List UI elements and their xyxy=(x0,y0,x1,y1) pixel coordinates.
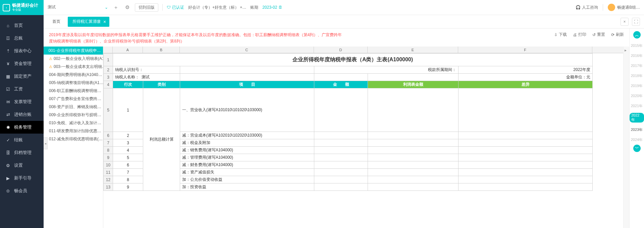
col-header[interactable]: B xyxy=(143,47,180,53)
cell[interactable] xyxy=(459,169,593,176)
cell[interactable] xyxy=(459,132,593,139)
consult-button[interactable]: 🎧 人工咨询 xyxy=(576,5,598,10)
nav-item-12[interactable]: ▶新手引导 xyxy=(0,172,44,184)
sheet-body[interactable]: 1 企业所得税年度纳税申报表（A类）主表(A100000) 2 纳税人识别号： … xyxy=(103,53,623,228)
tree-item[interactable]: 010-免税、减计收入及加计… xyxy=(44,119,103,127)
cell[interactable] xyxy=(459,154,593,161)
year-item[interactable]: 2022年 xyxy=(630,113,644,123)
year-item[interactable]: 2015年 xyxy=(631,41,643,51)
year-down-button[interactable]: ︾ xyxy=(633,145,641,152)
close-all-tabs-button[interactable]: × xyxy=(621,18,629,26)
nav-item-2[interactable]: ⇡报表中心 xyxy=(0,45,44,57)
cell[interactable]: 8 xyxy=(113,176,143,183)
cell[interactable] xyxy=(459,183,593,191)
cell[interactable] xyxy=(368,132,459,139)
cell[interactable] xyxy=(368,74,459,81)
certified-badge[interactable]: 🛡 已认证 xyxy=(167,5,184,10)
tree-item[interactable]: ⚠002-一般企业收入明细表(A1… xyxy=(44,55,103,63)
cell[interactable]: 减：管理费用(请写A104000) xyxy=(180,154,314,161)
category-cell[interactable]: 利润总额计算 xyxy=(143,88,180,191)
year-item[interactable]: 2019年 xyxy=(631,81,643,91)
org-selector[interactable]: 测试 ⌄ xyxy=(48,4,108,10)
cell[interactable]: 税款所属期间： xyxy=(314,66,459,74)
tree-item[interactable]: 012-减免所得税优惠明细表(… xyxy=(44,135,103,143)
cell[interactable]: 加：投资收益 xyxy=(180,183,314,191)
row-header[interactable]: 6 xyxy=(104,132,113,139)
cell[interactable] xyxy=(314,183,368,191)
download-button[interactable]: ⇩下载 xyxy=(554,32,567,37)
year-item[interactable]: 2016年 xyxy=(631,51,643,61)
nav-item-0[interactable]: ⌂首页 xyxy=(0,19,44,32)
tree-item[interactable]: 007-广告费和业务宣传费跨… xyxy=(44,95,103,103)
brand-logo[interactable]: ↑ 畅捷通好会计 专业版 xyxy=(0,0,44,15)
tree-item[interactable]: 006-职工薪酬纳税调整明细… xyxy=(44,87,103,95)
row-header[interactable]: 5 xyxy=(104,88,113,132)
tree-item[interactable]: 004-期间费用明细表(A1040… xyxy=(44,71,103,79)
cell[interactable] xyxy=(314,132,368,139)
row-header[interactable]: 3 xyxy=(104,74,113,81)
nav-item-10[interactable]: 🗄归档管理 xyxy=(0,146,44,159)
fullscreen-button[interactable]: ⛶ xyxy=(632,18,640,26)
row-header[interactable]: 8 xyxy=(104,147,113,154)
cell[interactable]: 减：财务费用(请写A104000) xyxy=(180,161,314,169)
row-header[interactable]: 11 xyxy=(104,169,113,176)
year-item[interactable]: 2020年 xyxy=(631,91,643,101)
nav-item-13[interactable]: ♔畅会员 xyxy=(0,184,44,197)
cell[interactable] xyxy=(314,88,368,132)
collapse-tree-handle[interactable]: ◂ xyxy=(44,137,48,149)
cell[interactable]: 减：资产减值损失 xyxy=(180,169,314,176)
cell[interactable] xyxy=(459,139,593,147)
cell[interactable]: 减：营业成本(请写A102010\102020\103000) xyxy=(180,132,314,139)
cell[interactable] xyxy=(459,147,593,154)
year-item[interactable]: 2024年 xyxy=(631,135,643,145)
cell[interactable]: 5 xyxy=(113,154,143,161)
select-all-corner[interactable] xyxy=(103,47,113,53)
year-up-button[interactable]: ︽ xyxy=(633,31,641,39)
row-header[interactable]: 4 xyxy=(104,81,113,88)
cell[interactable]: 6 xyxy=(113,161,143,169)
cell[interactable] xyxy=(180,66,314,74)
tree-item[interactable]: ⚠003-一般企业成本支出明细… xyxy=(44,63,103,71)
print-button[interactable]: 🖨打印 xyxy=(573,32,586,37)
cell[interactable]: 纳税人名称： 测试 xyxy=(113,74,180,81)
cell[interactable] xyxy=(314,161,368,169)
switch-old-version-button[interactable]: 切到旧版 xyxy=(135,3,158,12)
cell[interactable] xyxy=(314,154,368,161)
cell[interactable] xyxy=(368,183,459,191)
row-header[interactable]: 2 xyxy=(104,66,113,74)
row-header[interactable]: 7 xyxy=(104,139,113,147)
cell[interactable]: 纳税人识别号： xyxy=(113,66,180,74)
cell[interactable] xyxy=(459,161,593,169)
row-header[interactable]: 1 xyxy=(104,54,113,66)
row-header[interactable]: 10 xyxy=(104,161,113,169)
cell[interactable]: 4 xyxy=(113,147,143,154)
nav-item-1[interactable]: ☲总账 xyxy=(0,32,44,45)
col-header[interactable]: A xyxy=(113,47,143,53)
cell[interactable] xyxy=(459,88,593,132)
cell[interactable] xyxy=(314,176,368,183)
tree-item[interactable]: 001-企业所得税年度纳税申… xyxy=(44,47,103,55)
cell[interactable] xyxy=(368,154,459,161)
cell[interactable]: 3 xyxy=(113,139,143,147)
cell[interactable] xyxy=(368,139,459,147)
reset-button[interactable]: ↺重置 xyxy=(592,32,605,37)
row-header[interactable]: 9 xyxy=(104,154,113,161)
nav-item-4[interactable]: ▦固定资产 xyxy=(0,70,44,83)
row-header[interactable]: 13 xyxy=(104,183,113,191)
nav-item-11[interactable]: ⚙设置 xyxy=(0,159,44,172)
col-header[interactable]: C xyxy=(180,47,314,53)
tree-item[interactable]: 005-纳税调整项目明细表(A1… xyxy=(44,79,103,87)
nav-item-7[interactable]: ⇄进销台账 xyxy=(0,108,44,121)
tree-item[interactable]: 008-资产折旧、摊销及纳税… xyxy=(44,103,103,111)
nav-item-3[interactable]: ¥资金管理 xyxy=(0,57,44,70)
cell[interactable] xyxy=(314,169,368,176)
cell[interactable]: 减：销售费用(请写A104000) xyxy=(180,147,314,154)
sheet-scroll-gutter[interactable]: ▸ xyxy=(623,47,629,228)
cell[interactable] xyxy=(314,139,368,147)
cell[interactable] xyxy=(314,147,368,154)
col-header[interactable]: D xyxy=(314,47,368,53)
tree-item[interactable]: 009-企业所得税弥补亏损明… xyxy=(44,111,103,119)
cell[interactable]: 加：公允价值变动收益 xyxy=(180,176,314,183)
settings-gear-icon[interactable]: ⚙ xyxy=(123,4,131,11)
year-item[interactable]: 2017年 xyxy=(631,61,643,71)
